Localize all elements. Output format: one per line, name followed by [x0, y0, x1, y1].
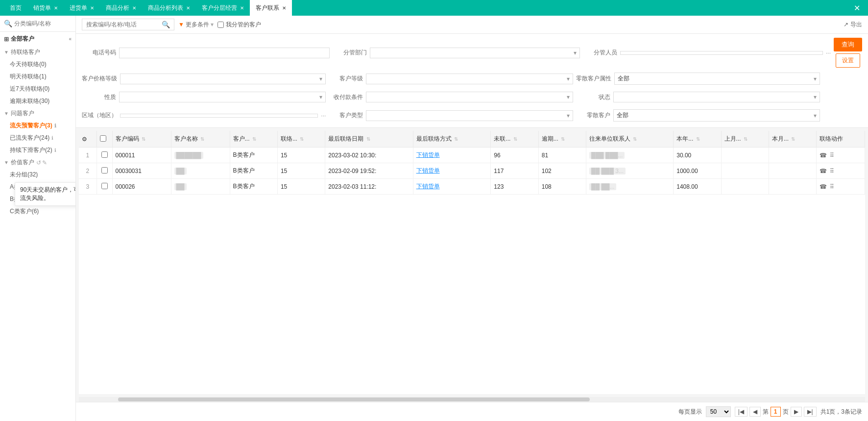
this-year-column-header[interactable]: 本年... ⇅ — [674, 131, 721, 148]
last-date-column-header[interactable]: 最后联络日期 ⇅ — [325, 131, 413, 148]
overdue-column-header[interactable]: 逾期... ⇅ — [538, 131, 586, 148]
region-select[interactable] — [120, 114, 318, 118]
more-options-icon[interactable]: ··· — [321, 112, 326, 119]
phone-input[interactable] — [119, 48, 330, 58]
page-size-select[interactable]: 50 100 200 — [706, 406, 731, 417]
row-num: 2 — [79, 163, 96, 179]
uncontacted-column-header[interactable]: 未联... ⇅ — [491, 131, 538, 148]
main-layout: 🔍 ⊞ 全部客户 « ▼ 待联络客户 今天待联络(0) 明天待联络(1) 近7天 — [0, 16, 868, 421]
last-method-column-header[interactable]: 最后联络方式 ⇅ — [413, 131, 491, 148]
select-all-checkbox[interactable] — [100, 135, 106, 142]
export-button[interactable]: ↗ 导出 — [844, 21, 862, 29]
sort-icon: ⇅ — [252, 136, 256, 142]
close-window-button[interactable]: ✕ — [850, 3, 864, 13]
row-checkbox-cell[interactable] — [96, 163, 112, 179]
sidebar-search-input[interactable] — [14, 20, 72, 27]
more-actions-icon[interactable]: ⠿ — [830, 152, 834, 159]
action-cell[interactable]: ☎ ⠿ — [817, 163, 865, 179]
next-page-button[interactable]: ▶ — [791, 407, 802, 417]
edit-icon[interactable]: ✎ — [42, 159, 47, 166]
sidebar-section-pending[interactable]: ▼ 待联络客户 — [0, 46, 75, 58]
row-checkbox[interactable] — [101, 151, 108, 158]
tab-home[interactable]: 首页 — [4, 0, 27, 16]
this-month-column-header[interactable]: 本月... ⇅ — [769, 131, 817, 148]
contact-icon[interactable]: ☎ — [820, 152, 827, 159]
tab-sales[interactable]: 销货单 ✕ — [27, 0, 64, 16]
row-checkbox[interactable] — [101, 167, 108, 173]
sidebar-item-churned[interactable]: 已流失客户(24) ℹ — [0, 132, 75, 144]
code-column-header[interactable]: 客户编码 ⇅ — [112, 131, 171, 148]
contact-icon[interactable]: ☎ — [820, 183, 827, 190]
row-checkbox[interactable] — [101, 183, 108, 189]
name-column-header[interactable]: 客户名称 ⇅ — [171, 131, 230, 148]
current-page-button[interactable]: 1 — [771, 407, 781, 417]
close-icon[interactable]: ✕ — [186, 5, 190, 11]
query-button[interactable]: 查询 — [834, 38, 862, 51]
my-managed-checkbox[interactable] — [217, 22, 224, 28]
close-icon[interactable]: ✕ — [132, 5, 136, 11]
price-level-select[interactable]: ▾ — [120, 74, 326, 84]
tab-analysis[interactable]: 商品分析 ✕ — [100, 0, 142, 16]
customer-type-select[interactable]: ▾ — [366, 110, 573, 121]
tab-customer-tier[interactable]: 客户分层经营 ✕ — [196, 0, 250, 16]
horizontal-scrollbar[interactable] — [79, 397, 865, 402]
sidebar-item-today-contact[interactable]: 今天待联络(0) — [0, 58, 75, 71]
last-contact-method[interactable]: 下销货单 — [413, 148, 491, 163]
contact-column-header[interactable]: 联络... ⇅ — [277, 131, 325, 148]
last-contact-method[interactable]: 下销货单 — [413, 163, 491, 179]
status-select[interactable]: ▾ — [613, 92, 820, 102]
close-icon[interactable]: ✕ — [240, 5, 244, 11]
close-icon[interactable]: ✕ — [282, 5, 286, 11]
more-actions-icon[interactable]: ⠿ — [830, 183, 834, 190]
sidebar-item-tomorrow-contact[interactable]: 明天待联络(1) — [0, 71, 75, 83]
sidebar-item-declining[interactable]: 持续下滑客户(2) ℹ — [0, 144, 75, 156]
contact-icon[interactable]: ☎ — [820, 168, 827, 174]
more-actions-icon[interactable]: ⠿ — [830, 168, 834, 174]
payment-select[interactable]: ▾ — [366, 92, 573, 102]
sidebar-section-value[interactable]: ▼ 价值客户 ↺ ✎ — [0, 156, 75, 169]
close-icon[interactable]: ✕ — [90, 5, 94, 11]
row-checkbox-cell[interactable] — [96, 179, 112, 195]
all-customers-header[interactable]: ⊞ 全部客户 « — [0, 32, 75, 46]
nature-select[interactable]: ▾ — [119, 92, 326, 102]
tab-customer-contact[interactable]: 客户联系 ✕ — [250, 0, 292, 16]
type-column-header[interactable]: 客户... ⇅ — [230, 131, 277, 148]
refresh-icon[interactable]: ↺ — [36, 159, 41, 166]
checkbox-column-header[interactable] — [96, 131, 112, 148]
sidebar-item-churn-warning[interactable]: 流失预警客户(3) ℹ — [0, 120, 75, 132]
last-page-button[interactable]: ▶| — [804, 407, 817, 417]
more-conditions-button[interactable]: ▼ 更多条件 ▾ — [178, 21, 214, 29]
more-options-icon[interactable]: ··· — [826, 50, 831, 56]
row-checkbox-cell[interactable] — [96, 148, 112, 163]
last-contact-method[interactable]: 下销货单 — [413, 179, 491, 195]
prev-page-button[interactable]: ◀ — [749, 407, 761, 417]
sidebar-item-7days-contact[interactable]: 近7天待联络(0) — [0, 83, 75, 95]
sidebar-item-c-class[interactable]: C类客户(6) — [0, 205, 75, 218]
department-select[interactable]: ▾ — [370, 48, 580, 58]
sidebar-section-problem[interactable]: ▼ 问题客户 — [0, 107, 75, 120]
customer-level-select[interactable]: ▾ — [366, 74, 573, 84]
filter-search-input[interactable] — [86, 21, 160, 28]
sidebar-item-overdue-contact[interactable]: 逾期未联络(30) — [0, 95, 75, 107]
action-cell[interactable]: ☎ ⠿ — [817, 179, 865, 195]
action-cell[interactable]: ☎ ⠿ — [817, 148, 865, 163]
region-field: 区域（地区） ··· — [82, 109, 326, 122]
first-page-button[interactable]: |◀ — [735, 407, 747, 417]
sidebar-item-ungroup[interactable]: 未分组(32) — [0, 169, 75, 181]
close-icon[interactable]: ✕ — [54, 5, 58, 11]
zero-customer-select[interactable]: 全部 ▾ — [613, 109, 820, 122]
phone-field: 电话号码 — [82, 46, 330, 60]
unit-contact-column-header[interactable]: 往来单位联系人 ⇅ — [586, 131, 674, 148]
my-managed-checkbox-label[interactable]: 我分管的客户 — [217, 21, 261, 29]
settings-column-header[interactable]: ⚙ — [79, 131, 96, 148]
last-month-column-header[interactable]: 上月... ⇅ — [721, 131, 769, 148]
advanced-filter-panel: 电话号码 分管部门 ▾ 分管人员 ··· — [76, 34, 868, 128]
sort-icon: ⇅ — [561, 136, 565, 142]
filter-search-icon[interactable]: 🔍 — [162, 21, 170, 28]
settings-button[interactable]: 设置 — [836, 53, 860, 68]
manager-select[interactable] — [620, 51, 823, 55]
zero-attribute-select[interactable]: 全部 ▾ — [614, 73, 820, 85]
scrollbar-thumb[interactable] — [118, 397, 590, 401]
tab-purchase[interactable]: 进货单 ✕ — [64, 0, 100, 16]
tab-analysis-list[interactable]: 商品分析列表 ✕ — [142, 0, 196, 16]
